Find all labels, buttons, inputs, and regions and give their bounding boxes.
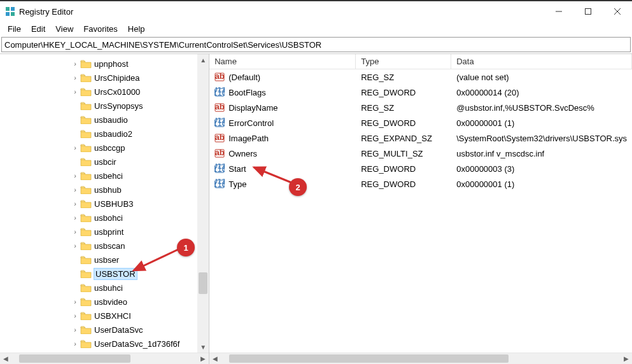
expand-icon[interactable]: › xyxy=(70,339,80,349)
value-type: REG_DWORD xyxy=(356,88,451,97)
value-row[interactable]: 011110BootFlagsREG_DWORD0x00000014 (20) xyxy=(209,85,632,100)
menu-help[interactable]: Help xyxy=(123,23,150,35)
value-type: REG_DWORD xyxy=(356,118,451,128)
scroll-right-icon[interactable]: ▶ xyxy=(197,353,209,365)
reg-string-icon: ab xyxy=(214,102,225,113)
scroll-up-icon[interactable]: ▲ xyxy=(197,54,209,66)
tree-item[interactable]: usbcir xyxy=(0,155,209,169)
svg-text:ab: ab xyxy=(215,133,225,142)
tree-item[interactable]: ›usbccgp xyxy=(0,141,209,155)
tree-item-label: usbprint xyxy=(94,227,123,237)
tree-item-label: USBHUB3 xyxy=(94,199,133,209)
value-row[interactable]: 011110StartREG_DWORD0x00000003 (3) xyxy=(209,161,632,176)
tree-item[interactable]: ›usbprint xyxy=(0,225,209,239)
tree-item[interactable]: usbuhci xyxy=(0,281,209,295)
folder-icon xyxy=(80,115,92,124)
tree-item[interactable]: ›usbvideo xyxy=(0,295,209,309)
values-horizontal-scrollbar[interactable]: ◀ ▶ xyxy=(209,353,632,364)
values-list[interactable]: ab(Default)REG_SZ(value not set)011110Bo… xyxy=(209,69,632,353)
svg-rect-1 xyxy=(11,7,15,11)
tree-item-label: USBXHCI xyxy=(94,311,131,321)
values-header: Name Type Data xyxy=(209,54,632,69)
folder-icon xyxy=(80,157,92,166)
expand-icon[interactable]: › xyxy=(70,143,80,153)
reg-string-icon: ab xyxy=(214,148,225,158)
value-name: ErrorControl xyxy=(228,118,274,128)
folder-icon xyxy=(80,73,92,82)
column-header-name[interactable]: Name xyxy=(209,54,356,69)
svg-text:ab: ab xyxy=(215,148,225,157)
tree-vertical-scrollbar[interactable]: ▲ ▼ xyxy=(197,54,209,353)
folder-icon xyxy=(80,255,92,264)
expand-icon[interactable]: › xyxy=(70,73,80,83)
value-row[interactable]: 011110ErrorControlREG_DWORD0x00000001 (1… xyxy=(209,115,632,130)
tree-item[interactable]: ›UrsCx01000 xyxy=(0,85,209,99)
tree-item[interactable]: ›USBHUB3 xyxy=(0,197,209,211)
tree-item[interactable]: UrsSynopsys xyxy=(0,99,209,113)
tree-item[interactable]: ›usbhub xyxy=(0,183,209,197)
reg-binary-icon: 011110 xyxy=(214,179,225,189)
column-header-type[interactable]: Type xyxy=(356,54,451,69)
folder-icon xyxy=(80,213,92,222)
menu-view[interactable]: View xyxy=(50,23,78,35)
tree-item[interactable]: usbser xyxy=(0,253,209,267)
value-name: ImagePath xyxy=(228,134,269,143)
value-row[interactable]: 011110TypeREG_DWORD0x00000001 (1) xyxy=(209,176,632,192)
folder-icon xyxy=(80,297,92,306)
values-pane: Name Type Data ab(Default)REG_SZ(value n… xyxy=(209,54,632,364)
value-row[interactable]: abImagePathREG_EXPAND_SZ\SystemRoot\Syst… xyxy=(209,130,632,146)
column-header-data[interactable]: Data xyxy=(451,54,632,69)
tree-item[interactable]: ›USBXHCI xyxy=(0,309,209,323)
tree-item-label: usbhub xyxy=(94,185,122,195)
folder-icon xyxy=(80,241,92,250)
tree-item[interactable]: ›usbehci xyxy=(0,169,209,183)
expand-icon[interactable]: › xyxy=(70,171,80,181)
expand-icon[interactable]: › xyxy=(70,325,80,335)
tree-item[interactable]: usbaudio2 xyxy=(0,127,209,141)
value-data: 0x00000003 (3) xyxy=(451,164,632,174)
tree-item[interactable]: ›UserDataSvc xyxy=(0,323,209,337)
menu-edit[interactable]: Edit xyxy=(26,23,50,35)
tree-item[interactable]: ›UserDataSvc_1d736f6f xyxy=(0,337,209,351)
expand-icon[interactable]: › xyxy=(70,59,80,69)
menu-favorites[interactable]: Favorites xyxy=(78,23,122,35)
tree-item[interactable]: USBSTOR xyxy=(0,267,209,281)
titlebar: Registry Editor xyxy=(0,1,632,22)
tree-item[interactable]: ›usbohci xyxy=(0,211,209,225)
scroll-down-icon[interactable]: ▼ xyxy=(197,341,209,353)
menu-file[interactable]: File xyxy=(3,23,26,35)
tree-item-label: UrsSynopsys xyxy=(94,101,143,111)
expand-icon[interactable]: › xyxy=(70,297,80,307)
tree-item[interactable]: ›upnphost xyxy=(0,57,209,71)
tree-item[interactable]: ›UrsChipidea xyxy=(0,71,209,85)
scroll-left-icon[interactable]: ◀ xyxy=(209,353,221,365)
value-data: usbstor.inf v_mscdsc.inf xyxy=(451,149,632,158)
expand-icon[interactable]: › xyxy=(70,199,80,209)
value-name: DisplayName xyxy=(228,103,277,113)
menubar: File Edit View Favorites Help xyxy=(0,22,632,36)
expand-icon[interactable]: › xyxy=(70,213,80,223)
tree-horizontal-scrollbar[interactable]: ◀ ▶ xyxy=(0,353,209,364)
address-bar[interactable]: Computer\HKEY_LOCAL_MACHINE\SYSTEM\Curre… xyxy=(1,37,631,52)
tree-item[interactable]: usbaudio xyxy=(0,113,209,127)
expand-icon[interactable]: › xyxy=(70,87,80,97)
svg-text:110: 110 xyxy=(214,88,225,97)
close-button[interactable] xyxy=(603,1,632,22)
expand-icon[interactable]: › xyxy=(70,311,80,321)
value-row[interactable]: abDisplayNameREG_SZ@usbstor.inf,%USBSTOR… xyxy=(209,100,632,115)
scroll-left-icon[interactable]: ◀ xyxy=(0,353,11,365)
value-type: REG_DWORD xyxy=(356,179,451,189)
svg-rect-5 xyxy=(586,9,591,15)
expand-icon[interactable]: › xyxy=(70,227,80,237)
maximize-button[interactable] xyxy=(573,1,603,22)
folder-icon xyxy=(80,185,92,194)
value-row[interactable]: abOwnersREG_MULTI_SZusbstor.inf v_mscdsc… xyxy=(209,146,632,161)
scroll-right-icon[interactable]: ▶ xyxy=(621,353,632,365)
value-name: Type xyxy=(228,179,246,189)
registry-tree[interactable]: ›upnphost›UrsChipidea›UrsCx01000UrsSynop… xyxy=(0,54,209,353)
value-row[interactable]: ab(Default)REG_SZ(value not set) xyxy=(209,69,632,85)
minimize-button[interactable] xyxy=(544,1,573,22)
expand-icon[interactable]: › xyxy=(70,185,80,195)
tree-item-label: usbohci xyxy=(94,213,123,223)
expand-icon[interactable]: › xyxy=(70,241,80,251)
